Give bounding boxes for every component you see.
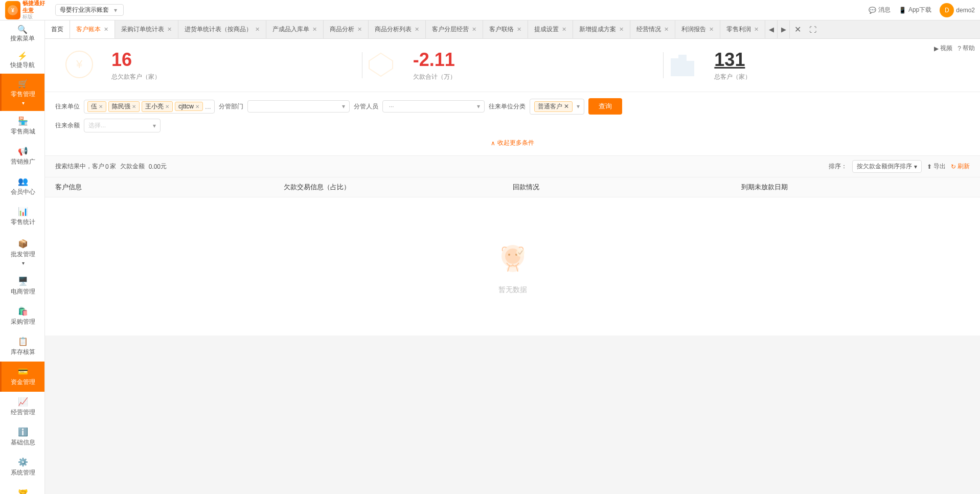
results-amount-unit: 元 (161, 162, 167, 171)
sidebar-item-purchase[interactable]: 🛍️ 采购管理 (0, 301, 44, 331)
sidebar-item-retail[interactable]: 🛒 零售管理 ▾ (0, 74, 44, 111)
query-button[interactable]: 查询 (588, 98, 622, 115)
help-label: 帮助 (963, 44, 975, 53)
sort-value: 按欠款金额倒序排序 (857, 162, 912, 171)
messages-label: 消息 (878, 6, 891, 14)
logo-text-line2: 标版 (22, 14, 50, 20)
system-icon: ⚙️ (18, 457, 28, 467)
tab-product-analysis-list-close[interactable]: ✕ (415, 26, 419, 33)
tab-production-inbound-close[interactable]: ✕ (312, 26, 317, 33)
sort-select[interactable]: 按欠款金额倒序排序 ▾ (852, 160, 922, 173)
tab-maximize-btn[interactable]: ⛶ (805, 20, 821, 39)
refresh-btn[interactable]: ↻ 刷新 (951, 162, 970, 171)
collapse-btn[interactable]: ∧ 收起更多条件 (491, 139, 534, 147)
sidebar-item-member[interactable]: 👥 会员中心 (0, 171, 44, 201)
tab-customer-ledger[interactable]: 客户账本 ✕ (70, 20, 115, 39)
tab-customer-ledger-close[interactable]: ✕ (104, 26, 108, 33)
operations-label: 经营管理 (11, 408, 35, 417)
unit-tag-cjttcw-close[interactable]: ✕ (195, 104, 199, 109)
quick-nav-item[interactable]: ⚡ 快捷导航 (0, 47, 44, 74)
tab-add-promotion-plan-close[interactable]: ✕ (619, 26, 624, 33)
sidebar-item-retail-stats[interactable]: 📊 零售统计 (0, 201, 44, 232)
tab-retail-profit-close[interactable]: ✕ (754, 26, 759, 33)
debt-amount-label: 欠款合计（万） (413, 73, 456, 81)
tab-profit-report-close[interactable]: ✕ (709, 26, 714, 33)
video-icon: ▶ (934, 45, 939, 52)
tab-promotion-settings-close[interactable]: ✕ (562, 26, 566, 33)
version-select[interactable]: 母婴行业演示账套 ▾ (55, 4, 124, 16)
tab-add-promotion-plan[interactable]: 新增提成方案 ✕ (573, 20, 630, 39)
help-btn[interactable]: ? 帮助 (958, 44, 975, 53)
sidebar-item-enterprise-coop[interactable]: 🤝 企业协同 (0, 482, 44, 494)
tab-promotion-settings[interactable]: 提成设置 ✕ (528, 20, 573, 39)
category-filter[interactable]: 普通客户 ✕ ▾ (530, 99, 584, 115)
page-content: ¥ 16 总欠款客户（家） (45, 39, 980, 494)
unit-tag-chen-close[interactable]: ✕ (132, 104, 136, 109)
tab-next-btn[interactable]: ▶ (778, 20, 790, 39)
tab-customer-layered-close[interactable]: ✕ (472, 26, 476, 33)
purchase-label: 采购管理 (11, 318, 35, 326)
wholesale-arrow: ▾ (22, 260, 25, 266)
sidebar-item-ecommerce[interactable]: 🖥️ 电商管理 (0, 271, 44, 301)
sidebar-item-retail-mall[interactable]: 🏪 零售商城 (0, 111, 44, 141)
tab-purchase-orders[interactable]: 采购订单统计表 ✕ (115, 20, 178, 39)
tab-inbound-stats-close[interactable]: ✕ (255, 26, 260, 33)
search-menu-item[interactable]: 🔍 搜索菜单 (0, 20, 44, 47)
sidebar-item-marketing[interactable]: 📢 营销推广 (0, 141, 44, 171)
tab-retail-profit[interactable]: 零售利润 ✕ (720, 20, 765, 39)
logo-text-line1: 畅捷通好生意 (22, 0, 50, 13)
tab-profit-report[interactable]: 利润报告 ✕ (675, 20, 720, 39)
sidebar-item-wholesale[interactable]: 📦 批发管理 ▾ (0, 234, 44, 271)
unit-tag-wu-close[interactable]: ✕ (99, 104, 103, 109)
tab-product-analysis-list[interactable]: 商品分析列表 ✕ (369, 20, 426, 39)
tab-product-analysis-close[interactable]: ✕ (357, 26, 362, 33)
app-icon: 📱 (899, 7, 906, 14)
filter-row-1: 往来单位 伍 ✕ 陈民强 ✕ 王小亮 (55, 98, 970, 115)
tab-customer-contact-close[interactable]: ✕ (517, 26, 521, 33)
sidebar-item-system[interactable]: ⚙️ 系统管理 (0, 452, 44, 482)
person-select[interactable]: ··· ▾ (382, 100, 485, 113)
top-bar: ¥ 畅捷通好生意 标版 母婴行业演示账套 ▾ 💬 消息 📱 App下载 D (0, 0, 980, 20)
tab-prev-btn[interactable]: ◀ (765, 20, 778, 39)
balance-select[interactable]: 选择... ▾ (84, 119, 161, 132)
unit-more-btn[interactable]: ... (205, 102, 211, 110)
export-btn[interactable]: ⬆ 导出 (927, 162, 946, 171)
empty-icon (492, 238, 533, 279)
tab-customer-layered[interactable]: 客户分层经营 ✕ (426, 20, 483, 39)
tab-inbound-stats[interactable]: 进货单统计表（按商品） ✕ (178, 20, 266, 39)
inventory-label: 库存核算 (11, 348, 35, 356)
wholesale-label: 批发管理 (11, 250, 35, 259)
svg-point-9 (508, 254, 510, 256)
video-btn[interactable]: ▶ 视频 (934, 44, 952, 53)
tab-product-analysis[interactable]: 商品分析 ✕ (324, 20, 369, 39)
tab-profit-report-label: 利润报告 (681, 25, 706, 34)
basic-info-icon: ℹ️ (18, 427, 28, 437)
tab-purchase-orders-close[interactable]: ✕ (167, 26, 172, 33)
tab-close-all-btn[interactable]: ✕ (790, 20, 805, 39)
messages-btn[interactable]: 💬 消息 (869, 6, 891, 14)
username-label: demo2 (956, 7, 975, 14)
results-bar: 搜索结果中，客户 0 家 欠款金额 0.00 元 排序： 按欠款金额倒序排序 ▾… (45, 156, 980, 177)
logo-icon: ¥ (5, 1, 20, 19)
sort-arrow: ▾ (914, 163, 917, 170)
unit-tag-wang-close[interactable]: ✕ (165, 104, 169, 109)
sidebar-item-inventory[interactable]: 📋 库存核算 (0, 331, 44, 362)
sidebar-item-finance[interactable]: 💳 资金管理 (0, 362, 44, 392)
sort-label-text: 排序： (829, 162, 847, 171)
tab-business-situation-close[interactable]: ✕ (664, 26, 669, 33)
user-area[interactable]: D demo2 (940, 3, 975, 17)
sidebar-item-basic-info[interactable]: ℹ️ 基础信息 (0, 422, 44, 452)
svg-point-12 (516, 249, 525, 257)
collapse-row: ∧ 收起更多条件 (55, 137, 970, 149)
app-download-btn[interactable]: 📱 App下载 (899, 6, 931, 14)
dept-select[interactable]: ▾ (247, 100, 350, 113)
filter-area: 往来单位 伍 ✕ 陈民强 ✕ 王小亮 (45, 92, 980, 156)
tab-production-inbound[interactable]: 产成品入库单 ✕ (266, 20, 324, 39)
unit-tag-wu: 伍 ✕ (87, 101, 106, 112)
sidebar-item-operations[interactable]: 📈 经营管理 (0, 392, 44, 422)
tab-customer-contact[interactable]: 客户联络 ✕ (483, 20, 528, 39)
tab-home[interactable]: 首页 (45, 20, 70, 39)
results-amount-label: 欠款金额 (120, 162, 145, 171)
tab-business-situation[interactable]: 经营情况 ✕ (630, 20, 675, 39)
category-tag-close[interactable]: ✕ (564, 103, 569, 110)
